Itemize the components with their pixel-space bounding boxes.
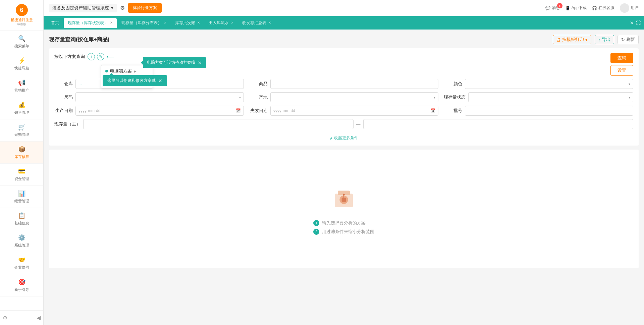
stock-main-start[interactable] xyxy=(83,119,354,129)
step-1-number: 1 xyxy=(313,220,319,226)
top-header: 装备及固定资产辅助管理系统 ▾ ⚙ 体验行业方案 💬 消息 6 📱 App下载 … xyxy=(44,0,644,16)
tab-bar: 首页 现存量（库存状况表） ✕ 现存量（库存分布表） ✕ 库存批次账 ✕ 出入库… xyxy=(44,16,644,30)
tab-batch-account-close[interactable]: ✕ xyxy=(197,21,200,24)
sidebar-item-system[interactable]: ⚙️ 系统管理 xyxy=(0,230,43,252)
headset-icon: 🎧 xyxy=(592,6,597,10)
scheme-dot-pc xyxy=(105,70,108,72)
sidebar-item-search[interactable]: 🔍 搜索菜单 xyxy=(0,31,43,53)
sidebar-item-inventory[interactable]: 📦 库存核算 xyxy=(0,142,43,164)
tab-inventory-distribution-close[interactable]: ✕ xyxy=(164,21,166,24)
sidebar-item-guide[interactable]: 🎯 新手引导 xyxy=(0,274,43,296)
stock-main-end[interactable] xyxy=(363,119,634,129)
warehouse-dots: ··· xyxy=(78,82,82,86)
svg-rect-3 xyxy=(342,198,346,202)
range-separator: — xyxy=(356,122,361,127)
settings-bottom-icon[interactable]: ⚙ xyxy=(3,315,7,321)
reset-button[interactable]: 设置 xyxy=(610,65,633,76)
batch-input[interactable] xyxy=(465,106,633,116)
filter-edit-button[interactable]: ✎ xyxy=(97,53,104,60)
sidebar-item-finance[interactable]: 💳 资金管理 xyxy=(0,164,43,186)
stock-status-label: 现存量状态 xyxy=(444,94,466,100)
export-icon: ↑ xyxy=(598,37,601,42)
production-date-start[interactable]: yyyy-mm-dd 📅 xyxy=(75,106,244,116)
product-input[interactable]: ··· xyxy=(270,79,439,89)
filter-origin: 产地 ▾ xyxy=(249,92,439,102)
expiry-date-start[interactable]: yyyy-mm-dd 📅 xyxy=(270,106,439,116)
marketing-icon: 📢 xyxy=(18,79,25,87)
sidebar-item-quick-nav-label: 快捷导航 xyxy=(14,66,29,71)
template-print-button[interactable]: 🖨 按模板打印 ▾ xyxy=(553,35,591,44)
export-button[interactable]: ↑ 导出 xyxy=(595,35,614,44)
step-2-text: 用过滤条件来缩小分析范围 xyxy=(322,229,374,235)
size-select[interactable]: ▾ xyxy=(75,92,244,102)
chevron-right-icon-pc: ▶ xyxy=(134,69,137,73)
sidebar-item-management[interactable]: 📊 经营管理 xyxy=(0,186,43,208)
inventory-icon: 📦 xyxy=(18,146,25,153)
online-support-action[interactable]: 🎧 在线客服 xyxy=(592,5,614,11)
print-icon: 🖨 xyxy=(556,37,561,42)
logo-text: 畅捷通好生意 xyxy=(11,17,33,22)
expiry-date-placeholder: yyyy-mm-dd xyxy=(273,108,295,113)
page-actions: 🖨 按模板打印 ▾ ↑ 导出 ↻ 刷新 xyxy=(553,35,639,44)
calendar-icon-production: 📅 xyxy=(236,108,241,113)
tab-home[interactable]: 首页 xyxy=(47,18,63,28)
scheme-tooltip: 电脑方案可设为移动方案哦 ✕ xyxy=(143,57,206,68)
settings-button[interactable]: ⚙ xyxy=(120,5,125,11)
tab-close-all-icon[interactable]: ✕ xyxy=(630,20,634,25)
empty-state-container: 1 请先选择要分析的方案 2 用过滤条件来缩小分析范围 xyxy=(49,150,639,268)
collapse-sidebar-icon[interactable]: ◀ xyxy=(37,315,41,321)
refresh-button[interactable]: ↻ 刷新 xyxy=(618,35,639,44)
experience-button[interactable]: 体验行业方案 xyxy=(128,3,162,13)
sidebar-item-purchase[interactable]: 🛒 采购管理 xyxy=(0,119,43,142)
edit-tooltip: 这里可以创建和修改方案哦 ✕ xyxy=(103,75,167,86)
sidebar-item-inventory-label: 库存核算 xyxy=(14,154,29,159)
tab-inventory-status-close[interactable]: ✕ xyxy=(110,21,113,24)
tab-inventory-status[interactable]: 现存量（库存状况表） ✕ xyxy=(64,18,117,28)
system-title-dropdown[interactable]: 装备及固定资产辅助管理系统 ▾ xyxy=(49,4,117,12)
size-label: 尺码 xyxy=(54,94,73,100)
sidebar-item-guide-label: 新手引导 xyxy=(14,287,29,292)
filter-add-button[interactable]: + xyxy=(88,53,95,60)
tab-batch-account[interactable]: 库存批次账 ✕ xyxy=(171,18,204,28)
refresh-icon: ↻ xyxy=(621,37,625,42)
tab-summary-close[interactable]: ✕ xyxy=(268,21,271,24)
empty-step-1: 1 请先选择要分析的方案 xyxy=(313,220,374,226)
scheme-tooltip-close[interactable]: ✕ xyxy=(198,60,202,65)
tab-inout-flow[interactable]: 出入库流水 ✕ xyxy=(205,18,237,28)
sidebar-item-quick-nav[interactable]: ⚡ 快捷导航 xyxy=(0,53,43,75)
tab-summary[interactable]: 收发存汇总表 ✕ xyxy=(238,18,275,28)
tab-inout-flow-close[interactable]: ✕ xyxy=(231,21,233,24)
calendar-icon-expiry: 📅 xyxy=(430,108,435,113)
production-date-label: 生产日期 xyxy=(54,108,73,114)
message-icon: 💬 xyxy=(545,6,550,10)
filter-stock-status: 现存量状态 ▾ xyxy=(444,92,633,102)
page-title: 现存量查询(按仓库+商品) xyxy=(49,36,109,43)
stock-status-select[interactable]: ▾ xyxy=(468,92,633,102)
app-download-action[interactable]: 📱 App下载 xyxy=(565,5,587,11)
tab-maximize-icon[interactable]: ⛶ xyxy=(636,20,641,25)
user-action[interactable]: 用户 xyxy=(620,3,639,13)
sidebar-item-sales-label: 销售管理 xyxy=(14,110,29,115)
logo-icon: 6 xyxy=(16,4,28,16)
header-right: 💬 消息 6 📱 App下载 🎧 在线客服 用户 xyxy=(545,3,639,13)
edit-tooltip-close[interactable]: ✕ xyxy=(158,78,162,84)
sidebar-item-basic-info[interactable]: 📋 基础信息 xyxy=(0,208,43,230)
tab-inventory-status-label: 现存量（库存状况表） xyxy=(68,20,108,26)
tab-inventory-distribution[interactable]: 现存量（库存分布表） ✕ xyxy=(117,18,170,28)
search-icon: 🔍 xyxy=(18,35,25,42)
search-button[interactable]: 查询 xyxy=(610,53,633,63)
management-icon: 📊 xyxy=(18,190,25,197)
filter-size: 尺码 ▾ xyxy=(54,92,244,102)
enterprise-icon: 🤝 xyxy=(18,256,25,264)
filter-back-icon[interactable]: ⟵ xyxy=(106,54,114,60)
quick-nav-icon: ⚡ xyxy=(18,57,25,64)
origin-select[interactable]: ▾ xyxy=(270,92,439,102)
collapse-button[interactable]: ∧ 收起更多条件 xyxy=(330,135,358,141)
sidebar-item-marketing[interactable]: 📢 营销推广 xyxy=(0,75,43,97)
sidebar-item-sales[interactable]: 💰 销售管理 xyxy=(0,97,43,119)
finance-icon: 💳 xyxy=(18,168,25,175)
color-select[interactable]: ▾ xyxy=(465,79,633,89)
message-action[interactable]: 💬 消息 6 xyxy=(545,5,560,11)
sidebar-item-enterprise[interactable]: 🤝 企业协同 xyxy=(0,252,43,274)
sidebar-item-enterprise-label: 企业协同 xyxy=(14,265,29,270)
